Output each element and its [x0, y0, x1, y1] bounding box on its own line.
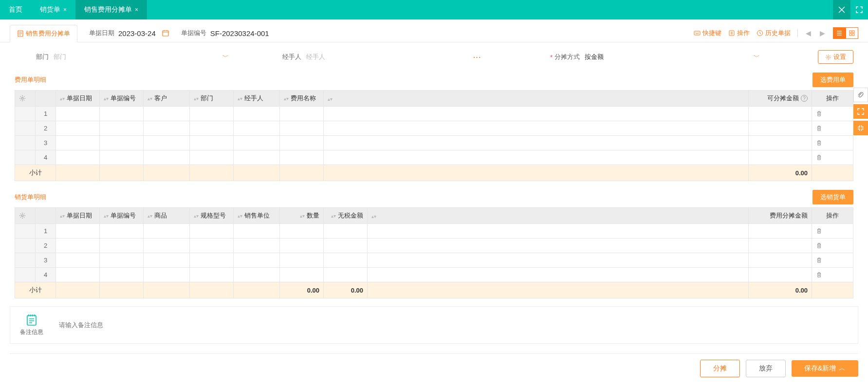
- col-date[interactable]: ▴▾单据日期: [56, 208, 100, 224]
- gear-icon: [825, 54, 831, 60]
- subtotal-row: 小计0.000.000.00: [15, 282, 853, 298]
- col-action: 操作: [812, 91, 853, 107]
- close-icon[interactable]: ×: [63, 6, 67, 13]
- svg-rect-1: [163, 31, 168, 36]
- sales-table: ▴▾单据日期 ▴▾单据编号 ▴▾商品 ▴▾规格型号 ▴▾销售单位 ▴▾数量 ▴▾…: [15, 207, 853, 298]
- handler-label: 经手人: [282, 53, 301, 61]
- trash-icon[interactable]: [816, 111, 849, 117]
- settings-button[interactable]: 设置: [818, 50, 853, 64]
- select-sales-button[interactable]: 选销货单: [813, 190, 853, 204]
- table-row[interactable]: 1: [15, 107, 853, 121]
- dept-input[interactable]: [54, 51, 220, 63]
- method-select[interactable]: [585, 51, 751, 63]
- table-row[interactable]: 3: [15, 253, 853, 268]
- table-row[interactable]: 2: [15, 121, 853, 136]
- next-doc-icon[interactable]: ▶: [819, 29, 826, 37]
- gear-icon[interactable]: [19, 212, 31, 219]
- discard-button[interactable]: 放弃: [746, 360, 786, 377]
- form-row: 部门 ﹀ 经手人 ··· * 分摊方式 ﹀ 设置: [0, 42, 868, 69]
- sales-detail-section: 销货单明细 选销货单 ▴▾单据日期 ▴▾单据编号 ▴▾商品 ▴▾规格型号 ▴▾销…: [0, 190, 868, 298]
- col-allocatable[interactable]: 可分摊金额?: [749, 91, 812, 107]
- more-icon[interactable]: ···: [473, 54, 481, 61]
- trash-icon[interactable]: [816, 140, 849, 146]
- footer-actions: 分摊 放弃 保存&新增 ︿: [10, 353, 858, 383]
- help-icon[interactable]: ?: [801, 95, 808, 102]
- table-row[interactable]: 3: [15, 136, 853, 150]
- col-product[interactable]: ▴▾商品: [144, 208, 190, 224]
- expand-icon[interactable]: [853, 104, 868, 119]
- trash-icon[interactable]: [816, 257, 849, 263]
- col-unit[interactable]: ▴▾销售单位: [234, 208, 280, 224]
- trash-icon[interactable]: [816, 272, 849, 278]
- close-icon[interactable]: ×: [135, 6, 138, 13]
- chevron-down-icon[interactable]: ﹀: [754, 53, 760, 61]
- svg-point-9: [828, 56, 830, 58]
- fullscreen-icon[interactable]: [850, 0, 868, 19]
- calendar-icon[interactable]: [162, 29, 169, 37]
- chevron-down-icon[interactable]: ﹀: [222, 53, 229, 61]
- save-new-button[interactable]: 保存&新增 ︿: [792, 360, 858, 377]
- svg-rect-8: [852, 34, 854, 36]
- table-row[interactable]: 4: [15, 268, 853, 282]
- svg-rect-6: [852, 31, 854, 33]
- remarks-section: 备注信息: [10, 306, 858, 344]
- svg-rect-2: [694, 31, 700, 35]
- trash-icon[interactable]: [816, 125, 849, 131]
- docno-label: 单据编号: [181, 29, 206, 37]
- gear-icon[interactable]: [19, 95, 31, 102]
- col-blank[interactable]: ▴▾: [368, 208, 749, 224]
- view-grid-icon[interactable]: [846, 27, 858, 39]
- tab-expense-allocation[interactable]: 销售费用分摊单×: [75, 0, 147, 19]
- allocate-button[interactable]: 分摊: [700, 360, 740, 377]
- col-docno[interactable]: ▴▾单据编号: [100, 208, 144, 224]
- trash-icon[interactable]: [816, 154, 849, 161]
- tab-home[interactable]: 首页: [0, 0, 31, 19]
- col-handler[interactable]: ▴▾经手人: [234, 91, 280, 107]
- col-feename[interactable]: ▴▾费用名称: [280, 91, 324, 107]
- window-close-icon[interactable]: [833, 0, 850, 19]
- method-label: 分摊方式: [554, 53, 580, 61]
- view-list-icon[interactable]: [833, 27, 846, 39]
- col-spec[interactable]: ▴▾规格型号: [190, 208, 234, 224]
- top-tab-bar: 首页 销货单× 销售费用分摊单×: [0, 0, 868, 19]
- operate-link[interactable]: 操作: [728, 29, 750, 37]
- select-expense-button[interactable]: 选费用单: [813, 73, 853, 87]
- table-row[interactable]: 2: [15, 239, 853, 253]
- collapse-icon[interactable]: [853, 121, 868, 135]
- tab-sales-order[interactable]: 销货单×: [31, 0, 75, 19]
- shortcut-link[interactable]: 快捷键: [694, 29, 721, 37]
- col-date[interactable]: ▴▾单据日期: [56, 91, 100, 107]
- col-customer[interactable]: ▴▾客户: [144, 91, 190, 107]
- dept-label: 部门: [15, 53, 49, 61]
- trash-icon[interactable]: [816, 228, 849, 234]
- col-alloc-amount[interactable]: 费用分摊金额: [749, 208, 812, 224]
- svg-rect-5: [850, 31, 851, 33]
- svg-point-10: [21, 97, 23, 99]
- table-row[interactable]: 4: [15, 150, 853, 165]
- handler-input[interactable]: [306, 51, 470, 63]
- document-type-tab[interactable]: 销售费用分摊单: [10, 25, 77, 42]
- history-link[interactable]: 历史单据: [757, 29, 791, 37]
- date-value[interactable]: 2023-03-24: [118, 29, 156, 37]
- svg-rect-12: [27, 315, 36, 325]
- date-label: 单据日期: [89, 29, 114, 37]
- subtotal-row: 小计0.00: [15, 165, 853, 181]
- col-blank[interactable]: ▴▾: [324, 91, 749, 107]
- remarks-input[interactable]: [55, 317, 848, 332]
- svg-rect-7: [850, 34, 851, 36]
- prev-doc-icon[interactable]: ◀: [805, 29, 812, 37]
- col-amount-notax[interactable]: ▴▾无税金额: [324, 208, 368, 224]
- col-qty[interactable]: ▴▾数量: [280, 208, 324, 224]
- document-icon: [17, 30, 24, 37]
- col-docno[interactable]: ▴▾单据编号: [100, 91, 144, 107]
- trash-icon[interactable]: [816, 242, 849, 249]
- col-dept[interactable]: ▴▾部门: [190, 91, 234, 107]
- table-row[interactable]: 1: [15, 224, 853, 239]
- col-action: 操作: [812, 208, 853, 224]
- attachment-icon[interactable]: [853, 88, 868, 102]
- section-title: 销货单明细: [15, 193, 46, 202]
- side-rail: [853, 88, 868, 137]
- keyboard-icon: [694, 30, 701, 37]
- expense-detail-section: 费用单明细 选费用单 ▴▾单据日期 ▴▾单据编号 ▴▾客户 ▴▾部门 ▴▾经手人…: [0, 73, 868, 181]
- required-indicator: *: [550, 54, 553, 61]
